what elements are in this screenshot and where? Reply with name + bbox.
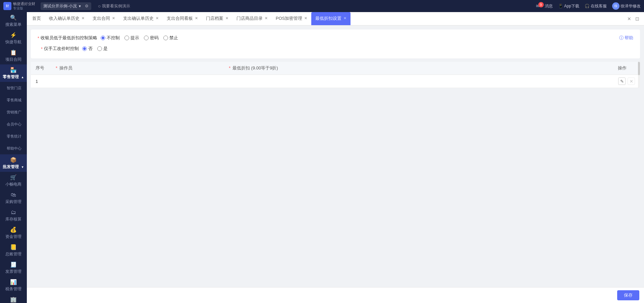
radio-forbid[interactable]: 禁止 <box>163 35 178 41</box>
tab-pos-pwd[interactable]: POS加密管理 ✕ <box>272 12 311 26</box>
sidebar-item-project[interactable]: 📋 项目合同 <box>0 47 27 64</box>
tab-close-icon[interactable]: ✕ <box>265 16 268 20</box>
sidebar-item-capital[interactable]: 💰 资金管理 <box>0 224 27 242</box>
tab-label: 支出合同看板 <box>167 15 193 21</box>
cell-seq: 1 <box>31 75 51 88</box>
tab-maximize-btn[interactable]: ⊡ <box>634 15 641 22</box>
sidebar-item-label: 零售管理 ▲ <box>3 74 24 80</box>
tab-home-label: 首页 <box>32 15 41 21</box>
sidebar-item-label: 项目合同 <box>5 57 21 62</box>
sidebar-item-label: 小畅电商 <box>5 182 21 187</box>
sidebar-item-smart-store[interactable]: 智营门店 <box>0 82 27 94</box>
capital-icon: 💰 <box>10 226 17 234</box>
app-download-action[interactable]: 📱 App下载 <box>558 3 579 9</box>
sidebar-item-label: 营销推广 <box>7 110 21 114</box>
sidebar-item-ecommerce[interactable]: 🛒 小畅电商 <box>0 172 27 189</box>
radio-manual-no[interactable]: 否 <box>82 46 93 52</box>
avatar: 徐 <box>612 2 620 10</box>
sidebar-item-retail[interactable]: 🏪 零售管理 ▲ <box>0 64 27 82</box>
radio-manual-no-label: 否 <box>88 46 93 52</box>
cell-discount <box>224 75 613 88</box>
sidebar-item-tax[interactable]: 📊 税务管理 <box>0 276 27 294</box>
settings-icon[interactable]: ⚙ <box>85 4 89 8</box>
tab-close-icon[interactable]: ✕ <box>304 16 307 20</box>
sidebar-item-invoice[interactable]: 🧾 发票管理 <box>0 259 27 276</box>
row-delete-btn[interactable]: ✕ <box>628 78 635 85</box>
project-name: 测试分开示例-小况 <box>43 3 77 9</box>
sidebar-item-marketing[interactable]: 营销推广 <box>0 106 27 118</box>
sidebar-item-help[interactable]: 帮助中心 <box>0 142 27 154</box>
sidebar-item-label: 搜索菜单 <box>5 22 21 28</box>
radio-no-control[interactable]: 不控制 <box>101 35 120 41</box>
tab-payment-board[interactable]: 支出合同看板 ✕ <box>163 12 202 26</box>
app-download-label: App下载 <box>564 3 579 9</box>
sidebar: 🔍 搜索菜单 ⚡ 快捷导航 📋 项目合同 🏪 零售管理 ▲ 智营门店 零售商城 … <box>0 12 27 303</box>
sidebar-item-retail-mall[interactable]: 零售商城 <box>0 94 27 106</box>
user-action[interactable]: 徐 徐泽华修改 <box>612 2 641 10</box>
discount-policy-label: * 收银员低于最低折扣控制策略 <box>38 35 97 41</box>
tab-close-icon[interactable]: ✕ <box>343 16 346 20</box>
sidebar-item-label: 批发管理 ▼ <box>3 164 24 170</box>
shortcut-icon: ⚡ <box>10 32 17 39</box>
radio-no-control-label: 不控制 <box>107 35 120 41</box>
radio-manual-yes[interactable]: 是 <box>97 46 108 52</box>
tab-close-icon[interactable]: ✕ <box>225 16 228 20</box>
sidebar-item-label: 库存核算 <box>5 217 21 222</box>
tab-min-discount[interactable]: 最低折扣设置 ✕ <box>311 12 351 26</box>
content-area: 首页 收入确认单历史 ✕ 支出合同 ✕ 支出确认单历史 ✕ 支出合同看板 ✕ 门… <box>27 12 644 303</box>
project-selector[interactable]: 测试分开示例-小况 ▼ ⚙ <box>41 2 91 10</box>
user-name: 徐泽华修改 <box>621 3 641 9</box>
col-header-seq: 序号 <box>31 62 51 75</box>
sidebar-item-purchase[interactable]: 🛍 采购管理 <box>0 189 27 207</box>
help-button[interactable]: ⓘ 帮助 <box>619 35 633 41</box>
purchase-icon: 🛍 <box>11 192 16 199</box>
col-header-actions: 操作 <box>613 62 640 75</box>
tab-home[interactable]: 首页 <box>28 12 45 26</box>
tab-payment-contract[interactable]: 支出合同 ✕ <box>89 12 119 26</box>
tab-label: 支出确认单历史 <box>123 15 154 21</box>
demo-link[interactable]: ○ 我要看实例演示 <box>98 3 130 9</box>
retail-icon: 🏪 <box>10 67 17 74</box>
sidebar-item-fixed-assets[interactable]: 🏢 固定资产 <box>0 294 27 303</box>
main-layout: 🔍 搜索菜单 ⚡ 快捷导航 📋 项目合同 🏪 零售管理 ▲ 智营门店 零售商城 … <box>0 12 644 303</box>
message-badge: 9 <box>538 2 544 7</box>
project-icon: 📋 <box>10 49 17 56</box>
tab-bar-actions: ✕ ⊡ <box>624 15 643 22</box>
message-action[interactable]: ✉ 9 消息 <box>536 3 553 9</box>
col-header-discount: * 最低折扣 (9.00等于9折) <box>224 62 613 75</box>
row-edit-btn[interactable]: ✎ <box>618 78 626 85</box>
radio-password-label: 密码 <box>150 35 159 41</box>
tab-store-file[interactable]: 门店档案 ✕ <box>202 12 232 26</box>
bottom-bar: 保存 <box>27 287 644 303</box>
table-container: 序号 * 操作员 * 最低折扣 (9.00等于9折) <box>31 62 640 88</box>
sidebar-item-label: 发票管理 <box>5 269 21 274</box>
sidebar-item-label: 快捷导航 <box>5 40 21 45</box>
tab-close-icon[interactable]: ✕ <box>82 16 85 20</box>
save-button[interactable]: 保存 <box>617 290 639 300</box>
customer-service-action[interactable]: 🎧 在线客服 <box>585 3 607 9</box>
sidebar-item-retail-stat[interactable]: 零售统计 <box>0 130 27 142</box>
sidebar-item-ledger[interactable]: 📒 总账管理 <box>0 242 27 259</box>
sidebar-item-inventory[interactable]: 🗂 库存核算 <box>0 207 27 224</box>
app-logo: 财 畅捷通好业财 专业版 <box>3 2 35 10</box>
page-content: * 收银员低于最低折扣控制策略 不控制 提示 <box>27 26 644 287</box>
tab-close-icon[interactable]: ✕ <box>112 16 115 20</box>
manual-price-radio-group: 否 是 <box>82 46 108 52</box>
radio-password[interactable]: 密码 <box>144 35 159 41</box>
sidebar-item-label: 零售商城 <box>7 98 21 102</box>
sidebar-item-shortcut[interactable]: ⚡ 快捷导航 <box>0 30 27 47</box>
logo-text: 畅捷通好业财 专业版 <box>13 2 35 10</box>
tab-payment-confirm[interactable]: 支出确认单历史 ✕ <box>119 12 163 26</box>
sidebar-item-member[interactable]: 会员中心 <box>0 118 27 130</box>
tab-close-icon[interactable]: ✕ <box>195 16 198 20</box>
tab-store-goods[interactable]: 门店商品目录 ✕ <box>232 12 272 26</box>
tab-close-icon[interactable]: ✕ <box>156 16 159 20</box>
radio-remind[interactable]: 提示 <box>124 35 139 41</box>
scroll-thumb <box>638 62 640 75</box>
sidebar-item-label: 会员中心 <box>7 122 21 127</box>
tab-income-confirm[interactable]: 收入确认单历史 ✕ <box>45 12 89 26</box>
sidebar-item-wholesale[interactable]: 📦 批发管理 ▼ <box>0 154 27 172</box>
tab-close-all-btn[interactable]: ✕ <box>626 15 633 22</box>
sidebar-item-search[interactable]: 🔍 搜索菜单 <box>0 12 27 30</box>
scroll-track[interactable] <box>638 62 640 88</box>
